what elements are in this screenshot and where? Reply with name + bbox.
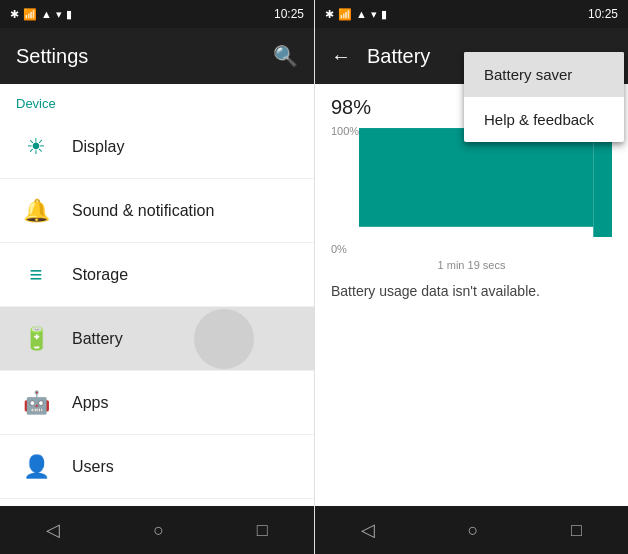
settings-list: Device ☀ Display 🔔 Sound & notification … [0, 84, 314, 506]
chart-top-label: 100% [331, 125, 359, 137]
left-status-icons: ✱ 📶 ▲ ▾ ▮ [10, 8, 72, 21]
right-status-bar: ✱ 📶 ▲ ▾ ▮ 10:25 [315, 0, 628, 28]
display-icon: ☀ [16, 134, 56, 160]
back-nav-icon[interactable]: ◁ [46, 519, 60, 541]
battery-saver-menu-item[interactable]: Battery saver [464, 52, 624, 97]
chart-bottom-label: 0% [331, 243, 359, 255]
apps-icon: 🤖 [16, 390, 56, 416]
sidebar-item-sound[interactable]: 🔔 Sound & notification [0, 179, 314, 243]
apps-label: Apps [72, 394, 108, 412]
chart-y-labels: 100% 0% [331, 125, 359, 255]
battery-icon-left: ▮ [66, 8, 72, 21]
nfc-icon: 📶 [23, 8, 37, 21]
storage-icon: ≡ [16, 262, 56, 288]
r-signal-icon: ▲ [356, 8, 367, 20]
r-nfc-icon: 📶 [338, 8, 352, 21]
right-nav-bar: ◁ ○ □ [315, 506, 628, 554]
sound-icon: 🔔 [16, 198, 56, 224]
battery-list-icon: 🔋 [16, 326, 56, 352]
battery-chart: 100% 0% [331, 125, 612, 255]
battery-usage-message: Battery usage data isn't available. [331, 283, 612, 299]
sidebar-item-display[interactable]: ☀ Display [0, 115, 314, 179]
settings-title: Settings [16, 45, 88, 68]
sidebar-item-users[interactable]: 👤 Users [0, 435, 314, 499]
settings-panel: ✱ 📶 ▲ ▾ ▮ 10:25 Settings 🔍 Device ☀ Disp… [0, 0, 314, 554]
battery-title: Battery [367, 45, 430, 68]
chart-time-label: 1 min 19 secs [331, 259, 612, 271]
r-bluetooth-icon: ✱ [325, 8, 334, 21]
users-icon: 👤 [16, 454, 56, 480]
users-label: Users [72, 458, 114, 476]
sidebar-item-storage[interactable]: ≡ Storage [0, 243, 314, 307]
right-time: 10:25 [588, 7, 618, 21]
device-section-header: Device [0, 84, 314, 115]
svg-rect-1 [359, 128, 593, 227]
left-nav-bar: ◁ ○ □ [0, 506, 314, 554]
sidebar-item-battery[interactable]: 🔋 Battery [0, 307, 314, 371]
left-time: 10:25 [274, 7, 304, 21]
battery-panel: ✱ 📶 ▲ ▾ ▮ 10:25 ← Battery Battery saver … [314, 0, 628, 554]
r-battery-icon: ▮ [381, 8, 387, 21]
settings-app-bar: Settings 🔍 [0, 28, 314, 84]
right-status-icons: ✱ 📶 ▲ ▾ ▮ [325, 8, 387, 21]
svg-marker-2 [593, 128, 612, 237]
overflow-menu: Battery saver Help & feedback [464, 52, 624, 142]
sound-label: Sound & notification [72, 202, 214, 220]
search-icon[interactable]: 🔍 [273, 44, 298, 68]
battery-label: Battery [72, 330, 123, 348]
r-home-nav-icon[interactable]: ○ [468, 520, 479, 541]
help-feedback-menu-item[interactable]: Help & feedback [464, 97, 624, 142]
storage-label: Storage [72, 266, 128, 284]
wifi-icon: ▾ [56, 8, 62, 21]
battery-content: 98% 100% 0% 1 min 19 secs Battery usage … [315, 84, 628, 506]
back-button[interactable]: ← [331, 45, 351, 68]
sidebar-item-apps[interactable]: 🤖 Apps [0, 371, 314, 435]
r-back-nav-icon[interactable]: ◁ [361, 519, 375, 541]
bluetooth-icon: ✱ [10, 8, 19, 21]
signal-icon: ▲ [41, 8, 52, 20]
recent-nav-icon[interactable]: □ [257, 520, 268, 541]
home-nav-icon[interactable]: ○ [153, 520, 164, 541]
r-wifi-icon: ▾ [371, 8, 377, 21]
display-label: Display [72, 138, 124, 156]
r-recent-nav-icon[interactable]: □ [571, 520, 582, 541]
left-status-bar: ✱ 📶 ▲ ▾ ▮ 10:25 [0, 0, 314, 28]
